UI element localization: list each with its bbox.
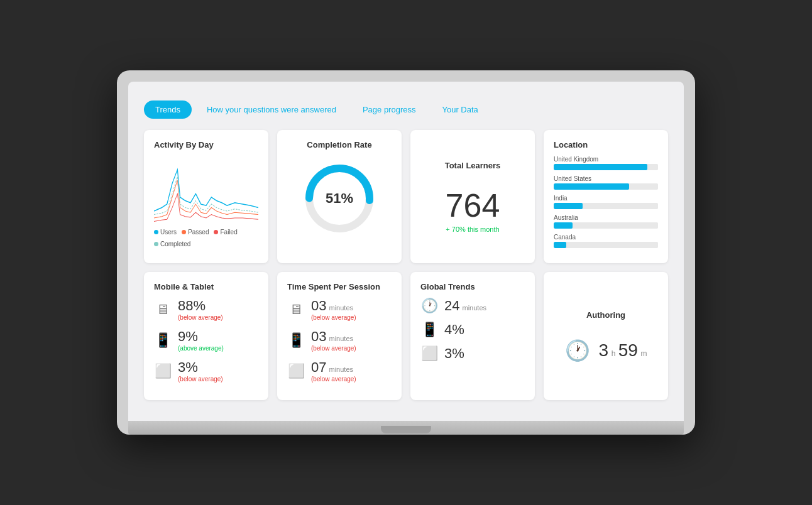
location-row-us: United States xyxy=(554,175,658,190)
global-phone-row: 📱 4% xyxy=(420,322,525,338)
tab-yourdata[interactable]: Your Data xyxy=(431,100,489,119)
location-title: Location xyxy=(554,140,658,149)
time-title: Time Spent Per Session xyxy=(287,282,392,291)
global-tablet-row: ⬜ 3% xyxy=(420,345,525,362)
location-row-india: India xyxy=(554,195,658,209)
location-card: Location United Kingdom United States In… xyxy=(544,130,668,263)
mobile-title: Mobile & Tablet xyxy=(154,282,258,291)
activity-chart xyxy=(154,156,258,225)
laptop-notch xyxy=(381,426,431,433)
mobile-tablet-row: ⬜ 3% (below average) xyxy=(154,359,258,383)
authoring-time: 🕐 3 h 59 m xyxy=(565,339,647,362)
tab-questions[interactable]: How your questions were answered xyxy=(195,100,348,119)
laptop-base xyxy=(128,421,684,435)
global-tablet-icon: ⬜ xyxy=(420,345,438,362)
completion-rate-card: Completion Rate 51% xyxy=(277,130,402,263)
authoring-card: Authoring 🕐 3 h 59 m xyxy=(544,272,668,400)
dashboard: Activity By Day xyxy=(144,130,668,400)
location-rows: United Kingdom United States India Austr… xyxy=(554,156,658,248)
learners-title: Total Learners xyxy=(445,161,501,170)
learners-sub: + 70% this month xyxy=(446,225,499,233)
learners-number: 764 xyxy=(446,189,500,222)
time-tablet-icon: ⬜ xyxy=(287,363,305,379)
legend-failed: Failed xyxy=(214,229,237,236)
completion-percent: 51% xyxy=(326,190,353,207)
location-row-australia: Australia xyxy=(554,214,658,229)
global-clock-row: 🕐 24 minutes xyxy=(420,298,525,314)
tab-progress[interactable]: Page progress xyxy=(351,100,427,119)
mobile-desktop-row: 🖥 88% (below average) xyxy=(154,298,258,321)
global-trends-card: Global Trends 🕐 24 minutes 📱 4% xyxy=(410,272,535,400)
global-title: Global Trends xyxy=(420,282,525,291)
time-phone-icon: 📱 xyxy=(287,332,305,349)
global-phone-icon: 📱 xyxy=(420,322,438,338)
legend-completed: Completed xyxy=(154,241,190,247)
laptop-frame: Trends How your questions were answered … xyxy=(117,70,695,435)
global-clock-icon: 🕐 xyxy=(420,298,438,314)
desktop-icon: 🖥 xyxy=(154,301,172,318)
time-desktop-row: 🖥 03 minutes (below average) xyxy=(287,298,392,321)
location-row-uk: United Kingdom xyxy=(554,156,658,170)
legend-users: Users xyxy=(154,229,177,236)
phone-icon: 📱 xyxy=(154,332,172,349)
tablet-icon: ⬜ xyxy=(154,363,172,379)
donut-chart: 51% xyxy=(302,161,377,236)
mobile-tablet-card: Mobile & Tablet 🖥 88% (below average) 📱 … xyxy=(144,272,268,400)
mobile-phone-row: 📱 9% (above average) xyxy=(154,329,258,352)
tab-trends[interactable]: Trends xyxy=(144,100,192,119)
time-phone-row: 📱 03 minutes (below average) xyxy=(287,329,392,352)
authoring-clock-icon: 🕐 xyxy=(565,339,590,362)
screen: Trends How your questions were answered … xyxy=(128,82,684,421)
location-row-canada: Canada xyxy=(554,234,658,248)
completion-title: Completion Rate xyxy=(307,140,371,149)
legend-passed: Passed xyxy=(182,229,209,236)
activity-by-day-card: Activity By Day xyxy=(144,130,268,263)
time-desktop-icon: 🖥 xyxy=(287,301,305,318)
authoring-title: Authoring xyxy=(586,310,625,320)
tabs-bar: Trends How your questions were answered … xyxy=(144,100,668,119)
time-spent-card: Time Spent Per Session 🖥 03 minutes (bel… xyxy=(277,272,402,400)
time-tablet-row: ⬜ 07 minutes (below average) xyxy=(287,359,392,383)
activity-title: Activity By Day xyxy=(154,140,258,149)
total-learners-card: Total Learners 764 + 70% this month xyxy=(410,130,535,263)
activity-legend: Users Passed Failed Completed xyxy=(154,229,258,247)
